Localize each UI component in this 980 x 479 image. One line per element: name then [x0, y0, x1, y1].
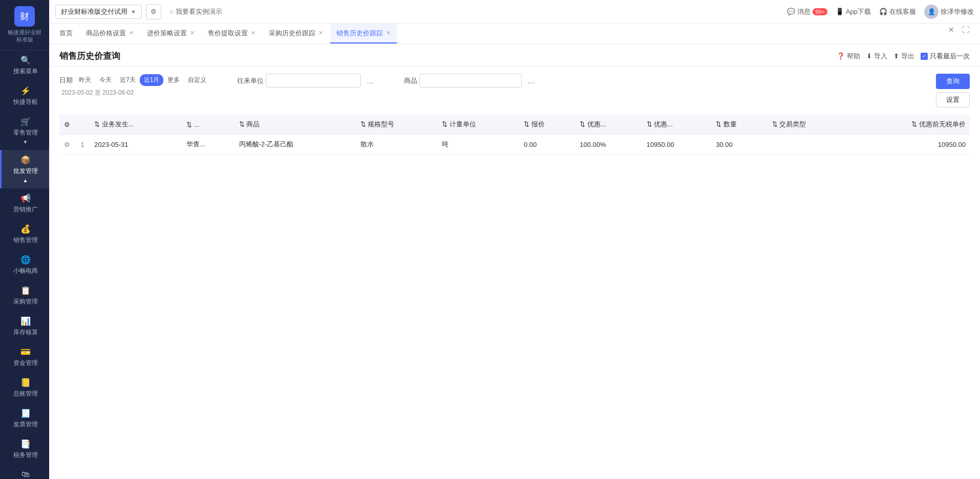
th-unit[interactable]: ⇅ 计量单位 [438, 115, 520, 135]
messages-btn[interactable]: 💬 消息 99+ [787, 7, 827, 16]
sidebar-menu-marketing[interactable]: 📢 营销推广 [0, 188, 49, 219]
app-download-btn[interactable]: 📱 App下载 [836, 7, 871, 16]
messages-badge: 99+ [813, 8, 827, 15]
tab-product-price-close-icon[interactable]: ✕ [129, 30, 134, 36]
table-gear-icon: ⚙ [64, 121, 70, 128]
th-quantity[interactable]: ⇅ 数量 [712, 115, 768, 135]
sidebar-menu-purchase[interactable]: 📋 采购管理 [0, 280, 49, 311]
date-filter-row: 昨天 今天 近7天 近1月 更多 自定义 [75, 74, 210, 86]
capital-icon: 💳 [20, 347, 31, 357]
row-gear-cell[interactable]: ⚙ [59, 135, 75, 155]
th-tx-type[interactable]: ⇅ 交易类型 [768, 115, 850, 135]
tab-purchase-strategy[interactable]: 进价策略设置 ✕ [141, 24, 201, 43]
product-input[interactable] [419, 74, 522, 88]
th-discount1[interactable]: ⇅ 优惠... [576, 115, 642, 135]
sales-icon: 💰 [20, 224, 31, 234]
date-7days-btn[interactable]: 近7天 [116, 74, 140, 86]
online-service-btn[interactable]: 🎧 在线客服 [879, 7, 916, 16]
product-group: 商品 … [404, 74, 538, 88]
sidebar-menu-quicknav[interactable]: ⚡ 快捷导航 [0, 81, 49, 112]
th-pretax-price[interactable]: ⇅ 优惠前无税单价 [849, 115, 970, 135]
panel-expand-btn[interactable]: ⛶ [960, 24, 972, 36]
tab-sale-history[interactable]: 销售历史价跟踪 ✕ [330, 24, 397, 43]
headset-icon: 🎧 [879, 8, 887, 15]
date-range-display: 2023-05-02 至 2023-06-02 [61, 89, 210, 97]
tabbar: 首页 商品价格设置 ✕ 进价策略设置 ✕ 售价提取设置 ✕ 采购历史价跟踪 ✕ … [49, 24, 980, 44]
sidebar-menu-ledger[interactable]: 📒 总账管理 [0, 373, 49, 403]
th-more[interactable]: ⇅ ... [182, 115, 235, 135]
sort-icon-tx-type: ⇅ [772, 120, 778, 128]
tab-purchase-history[interactable]: 采购历史价跟踪 ✕ [263, 24, 329, 43]
sidebar-menu-search[interactable]: 🔍 搜索菜单 [0, 50, 49, 81]
export-btn[interactable]: ⬆ 导出 [893, 52, 914, 61]
settings-btn[interactable]: 设置 [936, 92, 970, 107]
tab-purchase-history-label: 采购历史价跟踪 [269, 29, 315, 38]
sidebar-menu-retail[interactable]: 🛒 零售管理 ▼ [0, 112, 49, 150]
purchase-label: 采购管理 [13, 297, 38, 306]
tab-home-label: 首页 [59, 29, 73, 38]
panel-close-btn[interactable]: ✕ [945, 24, 957, 36]
tab-sale-history-close-icon[interactable]: ✕ [386, 30, 391, 36]
source-unit-input[interactable] [266, 74, 361, 88]
sidebar-menu-wholesale[interactable]: 📦 批发管理 ▲ [0, 150, 49, 188]
sidebar-menu-tax[interactable]: 📑 税务管理 [0, 434, 49, 465]
tab-sale-history-label: 销售历史价跟踪 [336, 29, 383, 38]
tax-icon: 📑 [20, 439, 31, 449]
wholesale-arrow-icon: ▲ [23, 178, 28, 183]
th-spec[interactable]: ⇅ 规格型号 [356, 115, 438, 135]
tab-product-price[interactable]: 商品价格设置 ✕ [80, 24, 140, 43]
tab-home[interactable]: 首页 [53, 24, 79, 43]
sort-icon-pretax: ⇅ [911, 120, 917, 128]
tab-sale-extract[interactable]: 售价提取设置 ✕ [202, 24, 262, 43]
app-selector[interactable]: 好业财标准版交付试用 ▼ [55, 5, 142, 19]
sort-icon-unit: ⇅ [442, 120, 448, 128]
help-icon: ❓ [837, 52, 845, 60]
query-btn[interactable]: 查询 [936, 74, 970, 89]
help-btn[interactable]: ❓ 帮助 [837, 52, 860, 61]
th-product[interactable]: ⇅ 商品 [235, 115, 356, 135]
th-biz-date[interactable]: ⇅ 业务发生... [90, 115, 182, 135]
product-dots-btn[interactable]: … [524, 75, 538, 86]
search-menu-label: 搜索菜单 [13, 67, 38, 76]
tab-purchase-history-close-icon[interactable]: ✕ [318, 30, 323, 36]
date-today-btn[interactable]: 今天 [95, 74, 116, 86]
demo-label: 我要看实例演示 [176, 7, 222, 16]
page-title: 销售历史价查询 [59, 50, 120, 62]
export-icon: ⬆ [893, 52, 899, 60]
th-num [75, 115, 90, 135]
th-gear[interactable]: ⚙ [59, 115, 75, 135]
user-profile-btn[interactable]: 👤 徐泽华修改 [924, 5, 974, 19]
page-container: 销售历史价查询 ❓ 帮助 ⬇ 导入 ⬆ 导出 ✓ [49, 44, 980, 479]
sidebar-menu-ecom-mgmt[interactable]: 🛍 电商管理 [0, 465, 49, 479]
data-table: ⚙ ⇅ 业务发生... ⇅ ... [59, 115, 970, 155]
sidebar-menu-invoice[interactable]: 🧾 发票管理 [0, 403, 49, 434]
th-discount2[interactable]: ⇅ 优惠... [643, 115, 712, 135]
tab-purchase-strategy-close-icon[interactable]: ✕ [190, 30, 195, 36]
row-spec: 散水 [356, 135, 438, 155]
topbar: 好业财标准版交付试用 ▼ ⚙ ○ 我要看实例演示 💬 消息 99+ 📱 App下… [49, 0, 980, 24]
date-1month-btn[interactable]: 近1月 [140, 74, 164, 86]
sales-label: 销售管理 [13, 236, 38, 245]
import-btn[interactable]: ⬇ 导入 [866, 52, 887, 61]
quicknav-icon: ⚡ [20, 86, 31, 96]
topbar-gear-btn[interactable]: ⚙ [146, 4, 161, 19]
sidebar-menu-inventory[interactable]: 📊 库存核算 [0, 311, 49, 342]
capital-label: 资金管理 [13, 359, 38, 367]
sidebar-menu-sales[interactable]: 💰 销售管理 [0, 219, 49, 250]
date-custom-btn[interactable]: 自定义 [184, 74, 210, 86]
sidebar-menu-capital[interactable]: 💳 资金管理 [0, 342, 49, 373]
sort-icon-more: ⇅ [186, 121, 192, 128]
th-price[interactable]: ⇅ 报价 [520, 115, 576, 135]
tab-sale-extract-close-icon[interactable]: ✕ [251, 30, 255, 36]
row-tx-type [768, 135, 850, 155]
only-last-checkbox[interactable]: ✓ 只看最后一次 [921, 52, 970, 61]
import-label: 导入 [874, 52, 887, 61]
content-area: 销售历史价查询 ❓ 帮助 ⬇ 导入 ⬆ 导出 ✓ [49, 44, 980, 479]
source-unit-dots-btn[interactable]: … [363, 75, 377, 86]
sidebar-menu-ecom[interactable]: 🌐 小畅电商 [0, 250, 49, 280]
marketing-icon: 📢 [20, 193, 31, 203]
demo-btn[interactable]: ○ 我要看实例演示 [169, 7, 222, 16]
date-yesterday-btn[interactable]: 昨天 [75, 74, 95, 86]
product-label: 商品 [404, 76, 417, 85]
date-more-btn[interactable]: 更多 [163, 74, 184, 86]
